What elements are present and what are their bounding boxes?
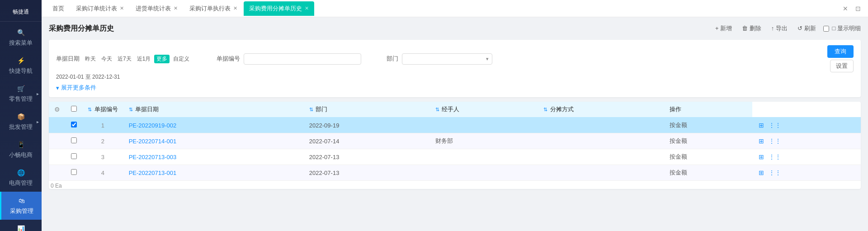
select-all-checkbox[interactable] <box>71 106 77 112</box>
doc-no-input[interactable] <box>244 53 361 65</box>
tab-close-purchase-exec[interactable]: ✕ <box>233 5 237 11</box>
header-actions: + 新增 🗑 删除 ↑ 导出 ↺ 刷新 □ 显示明细 <box>712 23 861 34</box>
tab-purchase-history[interactable]: 采购费用分摊单历史 ✕ <box>244 1 314 16</box>
row-view-icon-2[interactable]: ⊞ <box>758 152 765 161</box>
dept-select[interactable]: 财务部 <box>402 53 492 65</box>
alloc-sort-icon[interactable]: ⇅ <box>543 107 547 112</box>
row-number-2: 3 <box>82 149 123 165</box>
sidebar-label-mini: 小畅电商 <box>9 151 33 159</box>
dept-label: 部门 <box>387 55 398 63</box>
sidebar-icon-ecommerce: 🌐 <box>16 168 25 177</box>
refresh-button[interactable]: ↺ 刷新 <box>795 23 819 34</box>
tab-purchase-incoming[interactable]: 进货单统计表 ✕ <box>130 1 183 16</box>
tab-close-purchase-stat[interactable]: ✕ <box>120 5 124 11</box>
checkbox-column-header <box>66 102 82 118</box>
query-button[interactable]: 查询 <box>827 45 854 58</box>
doc-no-sort-icon[interactable]: ⇅ <box>88 107 92 112</box>
tab-label-purchase-stat: 采购订单统计表 <box>76 5 117 13</box>
row-alloc-cell-1: 按金额 <box>664 133 752 149</box>
row-checkbox-0[interactable] <box>71 122 77 127</box>
row-view-icon-0[interactable]: ⊞ <box>758 121 765 130</box>
row-doc-no-link-1[interactable]: PE-20220714-001 <box>129 138 177 145</box>
page-content: 采购费用分摊单历史 + 新增 🗑 删除 ↑ 导出 ↺ 刷新 □ 显示明细 单据日… <box>42 17 868 231</box>
tab-home[interactable]: 首页 <box>47 1 70 16</box>
expand-more-btn[interactable]: ▾ 展开更多条件 <box>56 84 854 92</box>
row-checkbox-3[interactable] <box>71 169 77 175</box>
row-more-icon-2[interactable]: ⋮⋮ <box>768 152 782 161</box>
export-button[interactable]: ↑ 导出 <box>769 23 790 34</box>
tab-label-purchase-history: 采购费用分摊单历史 <box>249 5 302 13</box>
row-date-cell-1: 2022-07-14 <box>304 133 430 149</box>
custom-shortcut[interactable]: 自定义 <box>171 55 191 63</box>
row-view-icon-1[interactable]: ⊞ <box>758 137 765 146</box>
sidebar-item-wholesale[interactable]: 📦 批发管理 ▸ <box>0 108 42 136</box>
display-toggle[interactable]: □ 显示明细 <box>823 24 861 33</box>
row-actions-cell-1: ⊞ ⋮⋮ <box>752 133 861 149</box>
row-view-icon-3[interactable]: ⊞ <box>758 168 765 177</box>
row-doc-no-cell-1: PE-20220714-001 <box>123 133 304 149</box>
setting-button[interactable]: 设置 <box>830 60 854 72</box>
row-doc-no-link-0[interactable]: PE-20220919-002 <box>129 122 177 129</box>
sidebar-icon-retail: 🛒 <box>16 84 25 93</box>
tab-purchase-exec[interactable]: 采购订单执行表 ✕ <box>184 1 243 16</box>
table-row: 2 PE-20220714-001 2022-07-14 财务部 按金额 ⊞ ⋮… <box>49 133 861 149</box>
close-window-icon[interactable]: ✕ <box>841 4 850 13</box>
sidebar-item-ecommerce[interactable]: 🌐 电商管理 <box>0 164 42 192</box>
actions-column-header: 操作 <box>664 102 752 118</box>
row-checkbox-2[interactable] <box>71 153 77 159</box>
row-checkbox-cell-1 <box>66 133 82 149</box>
sidebar-item-mini[interactable]: 📱 小畅电商 <box>0 136 42 164</box>
delete-button[interactable]: 🗑 删除 <box>739 23 764 34</box>
dept-sort-icon[interactable]: ⇅ <box>309 107 313 112</box>
filter-row-1: 单据日期 昨天 今天 近7天 近1月 更多 自定义 单据编号 <box>56 45 854 72</box>
row-more-icon-0[interactable]: ⋮⋮ <box>768 121 782 130</box>
more-shortcut[interactable]: 更多 <box>154 55 170 63</box>
handler-sort-icon[interactable]: ⇅ <box>435 107 439 112</box>
sidebar-item-shortcut[interactable]: ⚡ 快捷导航 <box>0 52 42 80</box>
row-more-icon-3[interactable]: ⋮⋮ <box>768 168 782 177</box>
row-dept-cell-2 <box>430 149 538 165</box>
sidebar-icon-wholesale: 📦 <box>16 112 25 121</box>
row-doc-no-link-3[interactable]: PE-20220713-001 <box>129 170 177 176</box>
tab-close-purchase-incoming[interactable]: ✕ <box>174 5 178 11</box>
column-settings-icon[interactable]: ⚙ <box>54 106 60 113</box>
row-gear-col-2 <box>49 149 66 165</box>
yesterday-shortcut[interactable]: 昨天 <box>83 55 98 63</box>
display-checkbox[interactable] <box>823 26 829 32</box>
table-row: 1 PE-20220919-002 2022-09-19 按金额 ⊞ ⋮⋮ <box>49 118 861 133</box>
doc-no-column-label: 单据编号 <box>94 106 118 113</box>
count-info: 0 Ea <box>49 181 861 189</box>
row-actions-cell-3: ⊞ ⋮⋮ <box>752 165 861 181</box>
maximize-window-icon[interactable]: ⊡ <box>854 4 863 13</box>
sidebar-item-retail[interactable]: 🛒 零售管理 ▸ <box>0 80 42 108</box>
doc-no-filter: 单据编号 <box>217 53 361 65</box>
sidebar-label-retail: 零售管理 <box>9 95 33 103</box>
filter-area: 单据日期 昨天 今天 近7天 近1月 更多 自定义 单据编号 <box>49 40 861 97</box>
sidebar-item-search[interactable]: 🔍 搜索菜单 <box>0 24 42 52</box>
sidebar-item-purchase[interactable]: 🛍 采购管理 <box>0 192 42 220</box>
row-alloc-cell-0: 按金额 <box>664 118 752 133</box>
add-button[interactable]: + 新增 <box>712 23 735 34</box>
tab-purchase-stat[interactable]: 采购订单统计表 ✕ <box>71 1 129 16</box>
dept-column-header: ⇅ 部门 <box>304 102 430 118</box>
sidebar-label-wholesale: 批发管理 <box>9 123 33 131</box>
sidebar-item-inventory[interactable]: 📊 库存核算 <box>0 220 42 231</box>
date-range-display: 2022-01-01 至 2022-12-31 <box>56 73 854 81</box>
today-shortcut[interactable]: 今天 <box>99 55 114 63</box>
row-checkbox-1[interactable] <box>71 137 77 143</box>
display-label: □ 显示明细 <box>832 24 861 33</box>
tab-label-purchase-exec: 采购订单执行表 <box>189 5 231 13</box>
table-header-row: ⚙ ⇅ 单据编号 ⇅ 单据日期 <box>49 102 861 118</box>
settings-column-header: ⚙ <box>49 102 66 118</box>
week-shortcut[interactable]: 近7天 <box>116 55 133 63</box>
row-gear-col-0 <box>49 118 66 133</box>
row-doc-no-link-2[interactable]: PE-20220713-003 <box>129 154 177 160</box>
row-more-icon-1[interactable]: ⋮⋮ <box>768 137 782 146</box>
month-shortcut[interactable]: 近1月 <box>135 55 153 63</box>
sidebar: 畅捷通 🔍 搜索菜单 ⚡ 快捷导航 🛒 零售管理 ▸📦 批发管理 ▸📱 小畅电商… <box>0 0 42 231</box>
doc-date-sort-icon[interactable]: ⇅ <box>129 107 133 112</box>
row-dept-cell-0 <box>430 118 538 133</box>
tab-close-purchase-history[interactable]: ✕ <box>305 5 309 11</box>
doc-date-column-header: ⇅ 单据日期 <box>123 102 304 118</box>
sidebar-icon-purchase: 🛍 <box>17 196 26 205</box>
